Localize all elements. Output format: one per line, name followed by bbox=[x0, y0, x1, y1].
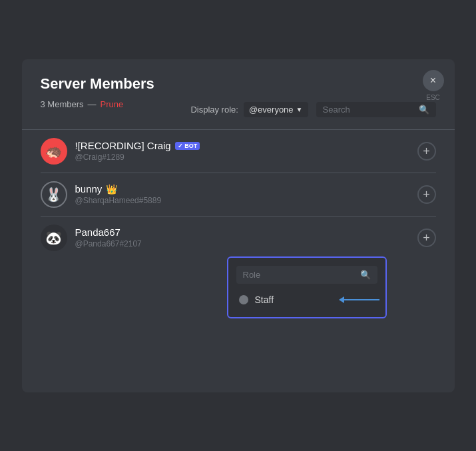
member-info: ![RECORDING] Craig ✓ BOT @Craig#1289 bbox=[75, 140, 417, 162]
avatar: 🦔 bbox=[41, 138, 67, 165]
add-role-button[interactable]: + bbox=[417, 142, 436, 161]
arrow-line bbox=[343, 299, 379, 300]
plus-icon: + bbox=[423, 232, 430, 244]
plus-icon: + bbox=[423, 145, 430, 157]
table-row: 🐰 bunny 👑 @SharqaHameed#5889 + bbox=[41, 173, 436, 217]
list-item[interactable]: Staff bbox=[236, 290, 377, 309]
role-name: Staff bbox=[255, 294, 274, 305]
role-color-indicator bbox=[239, 295, 248, 304]
member-handle: @Craig#1289 bbox=[75, 153, 417, 162]
member-search-input[interactable] bbox=[323, 105, 413, 115]
avatar: 🐰 bbox=[41, 181, 67, 208]
add-role-button[interactable]: + bbox=[417, 228, 436, 247]
role-search-box[interactable]: 🔍 bbox=[236, 266, 377, 284]
members-count: 3 Members — Prune bbox=[41, 99, 124, 109]
role-search-input[interactable] bbox=[243, 270, 360, 280]
arrow-indicator bbox=[343, 299, 379, 300]
bot-badge: ✓ BOT bbox=[175, 142, 200, 150]
member-name: Panda667 bbox=[75, 226, 417, 238]
close-icon: × bbox=[430, 75, 436, 87]
search-icon: 🔍 bbox=[419, 105, 429, 115]
crown-icon: 👑 bbox=[106, 184, 117, 195]
member-info: bunny 👑 @SharqaHameed#5889 bbox=[75, 183, 417, 205]
search-icon: 🔍 bbox=[360, 270, 371, 280]
members-count-row: 3 Members — Prune bbox=[41, 99, 124, 120]
header-row: 3 Members — Prune Display role: @everyon… bbox=[41, 99, 436, 120]
table-row: 🦔 ![RECORDING] Craig ✓ BOT @Craig#1289 + bbox=[41, 130, 436, 173]
close-button[interactable]: × bbox=[423, 70, 444, 91]
member-handle: @SharqaHameed#5889 bbox=[75, 196, 417, 205]
display-role-section: Display role: @everyone ▼ bbox=[190, 102, 308, 117]
members-list: 🦔 ![RECORDING] Craig ✓ BOT @Craig#1289 +… bbox=[41, 130, 436, 259]
chevron-down-icon: ▼ bbox=[296, 106, 303, 113]
plus-icon: + bbox=[423, 189, 430, 201]
member-name: bunny 👑 bbox=[75, 183, 417, 195]
member-info: Panda667 @Panda667#2107 bbox=[75, 226, 417, 248]
member-name: ![RECORDING] Craig ✓ BOT bbox=[75, 140, 417, 151]
add-role-button[interactable]: + bbox=[417, 185, 436, 204]
member-handle: @Panda667#2107 bbox=[75, 239, 417, 248]
role-dropdown: 🔍 Staff bbox=[227, 256, 387, 318]
esc-label: ESC bbox=[423, 94, 444, 101]
server-members-modal: × ESC Server Members 3 Members — Prune D… bbox=[22, 59, 455, 392]
prune-link[interactable]: Prune bbox=[101, 99, 124, 109]
avatar: 🐼 bbox=[41, 225, 67, 251]
member-search-box[interactable]: 🔍 bbox=[316, 102, 436, 117]
page-title: Server Members bbox=[41, 75, 436, 93]
display-role-label: Display role: bbox=[190, 105, 238, 115]
arrow-head bbox=[339, 296, 344, 303]
role-select-dropdown[interactable]: @everyone ▼ bbox=[244, 102, 308, 117]
table-row: 🐼 Panda667 @Panda667#2107 + 🔍 Staf bbox=[41, 217, 436, 259]
